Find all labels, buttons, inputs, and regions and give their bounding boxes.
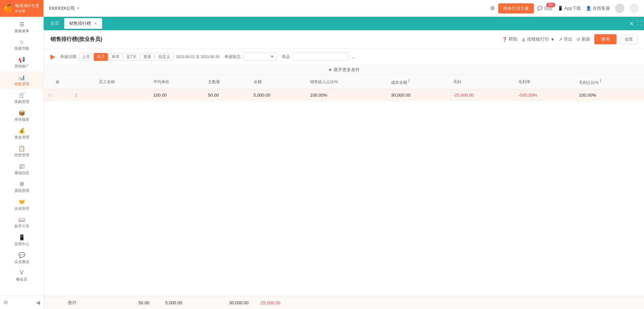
sidebar-item-经营管理[interactable]: 📋经营管理	[0, 143, 43, 160]
sidebar-item-采购管理[interactable]: 🛒采购管理	[0, 89, 43, 107]
app-icon: 📱	[558, 6, 563, 11]
row-cost: 30,000.00	[387, 89, 449, 101]
sidebar-icon: ⌂	[20, 39, 24, 45]
collapse-icon[interactable]: ◀	[36, 299, 40, 306]
tab-close-icon[interactable]: ✕	[94, 21, 97, 26]
row-profit: -25,000.00	[449, 89, 515, 101]
message-button[interactable]: 💬 消息 99+	[537, 5, 553, 11]
table-container: ⚙ 员工名称 平均单价 主数量 全额 销售收入占比% 成本全额 ℹ 毛利 毛利率…	[44, 75, 644, 296]
tab-close-btn[interactable]: ✕	[629, 20, 634, 27]
sidebar-item-库存核算[interactable]: 📦库存核算	[0, 107, 43, 125]
tab-sales-ranking[interactable]: 销售排行榜 ✕	[64, 18, 102, 29]
row-rank: 1	[71, 89, 95, 101]
goods-input[interactable]	[293, 53, 349, 61]
col-amount: 全额	[250, 75, 306, 89]
status-filter-label: 单据状态	[224, 54, 241, 60]
sidebar-item-基础信息[interactable]: 📰基础信息	[0, 160, 43, 178]
print-icon: 🖨	[521, 37, 526, 42]
online-service-button[interactable]: 👤 在线客服	[586, 5, 610, 11]
sidebar-label: 营销推广	[14, 64, 29, 69]
sidebar-item-快捷导航[interactable]: ⌂快捷导航	[0, 36, 43, 54]
goods-more-icon[interactable]: ...	[352, 54, 355, 59]
settings-button[interactable]: 设置	[620, 35, 637, 44]
app-download-button[interactable]: 📱 App下载	[558, 5, 581, 11]
sidebar-item-营销推广[interactable]: 📢营销推广	[0, 54, 43, 71]
app-name: 畅康通好生意	[15, 3, 39, 9]
col-avg-price: 平均单价	[149, 75, 204, 89]
print-dropdown-icon: ▼	[550, 37, 555, 42]
sidebar-label: 快捷导航	[14, 46, 29, 51]
row-settings-icon[interactable]: ⚙	[44, 89, 71, 101]
refresh-button[interactable]: ↺ 刷新	[576, 36, 590, 42]
company-dropdown-icon: ▼	[77, 6, 80, 10]
help-button[interactable]: ❓ 帮助	[502, 36, 517, 42]
sidebar-icon: 📊	[18, 74, 25, 81]
date-btn-本月[interactable]: 本月	[94, 53, 108, 61]
date-filter-label: 单据日期	[60, 54, 76, 60]
export-button[interactable]: ↗ 导出	[559, 36, 572, 42]
sidebar-item-系统管理[interactable]: ⚙系统管理	[0, 178, 43, 196]
refresh-label: 刷新	[582, 36, 590, 42]
date-btn-近7天[interactable]: 近7天	[123, 53, 140, 61]
refresh-icon: ↺	[576, 37, 580, 42]
query-button[interactable]: 查询	[594, 34, 616, 44]
filter-bar: ▶ 单据日期 上月本月本年近7天更多自定义 2023-06-01 至 2023-…	[44, 49, 644, 65]
sidebar-label: 搜索菜单	[14, 29, 29, 34]
goods-filter-label: 商品	[282, 54, 290, 60]
sidebar-footer: ⚙ ◀	[0, 296, 43, 309]
tab-expand-btn[interactable]: ⛶	[637, 20, 642, 27]
table-row: ⚙ 1 100.00 50.00 5,000.00 100.00% 30,000…	[44, 89, 644, 101]
content-area: 销售排行榜(按业务员) ❓ 帮助 🖨 按模板打印 ▼ ↗ 导出	[44, 30, 644, 309]
date-btn-本年[interactable]: 本年	[109, 53, 123, 61]
tab-home[interactable]: 首页	[45, 18, 64, 29]
trial-button[interactable]: 体验行业方案	[498, 3, 534, 13]
sidebar-item-企业微信[interactable]: 💬企业微信	[0, 249, 43, 267]
tab-home-label: 首页	[50, 20, 59, 27]
user-avatar[interactable]	[615, 4, 625, 13]
sidebar-item-企业协同[interactable]: 🤝企业协同	[0, 196, 43, 214]
expand-icon: ▼	[328, 67, 332, 72]
status-select[interactable]	[243, 53, 277, 61]
sidebar-item-新手引导[interactable]: 📖新手引导	[0, 214, 43, 231]
goods-filter-group: 商品 ...	[282, 53, 355, 61]
date-btn-自定义[interactable]: 自定义	[155, 53, 173, 61]
expand-conditions-button[interactable]: ▼ 展开更多条件	[328, 67, 360, 73]
sidebar-item-销售管理[interactable]: 📊销售管理	[0, 71, 43, 89]
col-settings-icon: ⚙	[55, 80, 59, 85]
company-name: XXXXXX公司	[49, 5, 75, 11]
status-filter-group: 单据状态	[224, 53, 277, 61]
table-header-row: ⚙ 员工名称 平均单价 主数量 全额 销售收入占比% 成本全额 ℹ 毛利 毛利率…	[44, 75, 644, 89]
date-btn-上月[interactable]: 上月	[79, 53, 93, 61]
sidebar-label: 应用中心	[14, 242, 29, 247]
sidebar-icon: 📖	[18, 216, 25, 223]
service-label: 在线客服	[593, 5, 610, 11]
tabbar-right: ✕ ⛶	[629, 20, 642, 27]
date-btn-更多[interactable]: 更多	[140, 53, 155, 61]
sidebar-item-搜索菜单[interactable]: ☰搜索菜单	[0, 18, 43, 36]
expand-label: 展开更多条件	[334, 67, 360, 73]
settings-footer-icon[interactable]: ⚙	[3, 299, 8, 306]
page-title: 销售排行榜(按业务员)	[50, 36, 102, 43]
export-label: 导出	[564, 36, 572, 42]
footer-amount: 5,000.00	[165, 300, 196, 305]
print-label: 按模板打印	[527, 36, 549, 42]
row-sales-pct: 100.00%	[306, 89, 387, 101]
footer-cost: 30,000.00	[229, 300, 259, 305]
tabbar: 首页 销售排行榜 ✕ ✕ ⛶	[44, 17, 644, 30]
message-badge: 99+	[546, 3, 555, 7]
print-button[interactable]: 🖨 按模板打印 ▼	[521, 36, 555, 42]
sidebar-icon: 📢	[18, 56, 25, 63]
filter-toggle-icon[interactable]: ▶	[50, 53, 55, 60]
sidebar-item-应用中心[interactable]: 📱应用中心	[0, 231, 43, 249]
sidebar-item-畅会员[interactable]: V畅会员	[0, 267, 43, 285]
col-settings[interactable]: ⚙	[44, 75, 71, 89]
sidebar-item-资金管理[interactable]: 💰资金管理	[0, 125, 43, 143]
topbar-gear-icon[interactable]: ⚙	[490, 5, 495, 11]
user-avatar2[interactable]	[630, 4, 639, 13]
help-icon: ❓	[502, 37, 507, 42]
date-btns: 上月本月本年近7天更多自定义	[79, 53, 173, 61]
company-selector[interactable]: XXXXXX公司 ▼	[49, 5, 487, 11]
table-footer: 合计 50.00 5,000.00 30,000.00 -25,000.00	[44, 296, 644, 309]
content-inner: 销售排行榜(按业务员) ❓ 帮助 🖨 按模板打印 ▼ ↗ 导出	[44, 30, 644, 309]
expand-row: ▼ 展开更多条件	[44, 65, 644, 75]
